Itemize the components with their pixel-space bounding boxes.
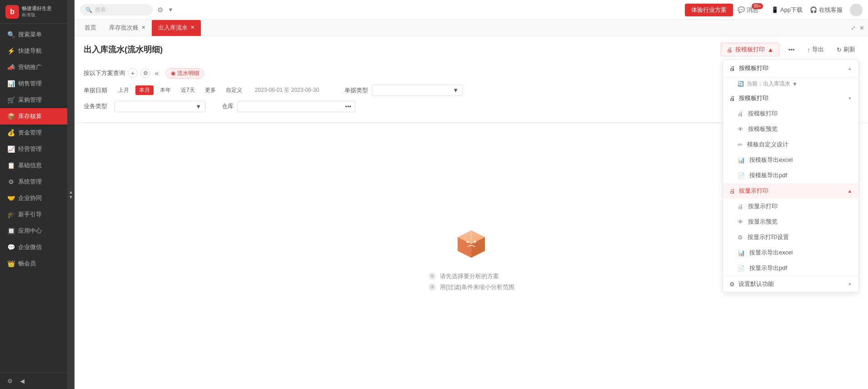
template-print-section-header[interactable]: 🖨 按模板打印 ▼ [723,90,858,106]
sidebar-nav: 🔍 搜索菜单 ⚡ 快捷导航 📣 营销推广 📊 销售管理 🛒 采购管理 📦 库存核… [0,24,67,373]
user-avatar[interactable] [850,4,863,16]
warehouse-more-icon[interactable]: ••• [345,103,351,110]
print-dropdown-panel: 🖨 按模板打印 ▲ 🔄 当前：出入库流水 ▼ 🖨 按模板打印 ▼ [723,59,859,292]
export-button[interactable]: ↑ 导出 [804,44,828,55]
date-filter-label: 单据日期 [84,86,107,95]
tpl-preview-label: 按模板预览 [748,125,778,133]
disp-excel-icon: 📊 [738,249,745,256]
current-indicator: 🔄 当前：出入库流水 ▼ [723,77,858,90]
disp-settings-label: 按显示打印设置 [748,233,789,241]
app-download-label: App下载 [780,6,803,14]
finance-icon: 💰 [7,129,15,136]
sidebar-item-system[interactable]: ⚙ 系统管理 [0,174,67,190]
more-actions-button[interactable]: ••• [785,45,798,55]
collapse-sidebar-icon[interactable]: ◀ [20,378,25,384]
refresh-button[interactable]: ↻ 刷新 [833,44,859,55]
filter-collapse-icon[interactable]: « [155,70,159,77]
sidebar-item-label: 资金管理 [18,129,42,137]
app-logo: b 畅捷通好生意 标准版 [0,0,67,24]
sidebar-item-marketing[interactable]: 📣 营销推广 [0,59,67,75]
warehouse-select[interactable]: ••• [237,101,355,112]
dropdown-chevron-up[interactable]: ▲ [848,66,852,71]
template-print-button[interactable]: 🖨 按模板打印 ▲ [721,43,779,56]
date-pill-last-month[interactable]: 上月 [115,85,133,95]
top-header: 🔍 搜索 ⚙ ▼ 体验行业方案 💬 消息 99+ 📱 App下载 🎧 在线客服 [75,0,868,20]
header-search[interactable]: 🔍 搜索 [80,4,153,15]
sidebar-item-finance[interactable]: 💰 资金管理 [0,125,67,141]
sidebar-item-sales[interactable]: 📊 销售管理 [0,75,67,92]
sidebar-item-label: 销售管理 [18,80,42,88]
page-actions: 🖨 按模板打印 ▲ ••• ↑ 导出 ↻ 刷新 [721,43,859,56]
add-filter-button[interactable]: + [128,68,138,78]
display-print-item-0[interactable]: 🖨 按显示打印 [723,199,858,214]
display-section-label: 按显示打印 [739,187,768,195]
date-pill-custom[interactable]: 自定义 [222,85,246,95]
doc-type-select[interactable]: ▼ [372,85,463,96]
tab-batch-account[interactable]: 库存批次账 ✕ [103,20,152,36]
settings-bottom-icon[interactable]: ⚙ [7,378,13,384]
tpl-design-label: 模板自定义设计 [747,140,788,149]
disp-print-icon: 🖨 [738,203,743,210]
tag-label: 流水明细 [177,70,199,77]
message-badge: 99+ [752,3,763,9]
tab-flow-close-icon[interactable]: ✕ [190,25,195,30]
tab-flow[interactable]: 出入库流水 ✕ [152,20,201,36]
sidebar-item-inventory[interactable]: 📦 库存核算 [0,108,67,125]
filter-setting-button[interactable]: ⚙ [140,68,150,78]
online-service-button[interactable]: 🎧 在线客服 [810,6,843,14]
template-print-item-0[interactable]: 🖨 按模板打印 [723,106,858,121]
tpl-design-icon: ✏ [738,141,743,148]
header-dropdown-icon[interactable]: ▼ [168,6,174,13]
template-print-item-1[interactable]: 👁 按模板预览 [723,121,858,137]
sidebar-item-label: 快捷导航 [18,47,42,55]
hint-num-2: ② [428,283,436,291]
date-pill-this-month[interactable]: 本月 [135,85,154,95]
date-pill-7days[interactable]: 近7天 [177,85,199,95]
tab-close-all-icon[interactable]: ✕ [859,25,864,31]
sidebar-scroll-handle[interactable]: ▲▼ [67,0,75,389]
hint-item-2: ② 用[过滤]条件来缩小分析范围 [428,283,514,291]
sidebar-item-operations[interactable]: 📈 经营管理 [0,141,67,157]
inventory-icon: 📦 [7,113,15,120]
business-type-chevron: ▼ [195,103,201,110]
date-pill-this-year[interactable]: 本年 [156,85,175,95]
gear-config-icon[interactable]: ⚙ [157,6,163,14]
tab-home[interactable]: 首页 [78,20,103,36]
app-download-button[interactable]: 📱 App下载 [771,6,803,14]
sidebar-item-label: 企业微信 [18,243,42,251]
sidebar-item-guide[interactable]: 🎓 新手引导 [0,206,67,223]
date-pill-more[interactable]: 更多 [201,85,219,95]
display-print-section-header[interactable]: 🖨 按显示打印 ▲ [723,183,858,199]
template-print-item-2[interactable]: ✏ 模板自定义设计 [723,137,858,152]
industry-solution-button[interactable]: 体验行业方案 [685,4,733,16]
sidebar-item-search[interactable]: 🔍 搜索菜单 [0,26,67,43]
tpl-print-label: 按模板打印 [748,110,778,118]
sidebar-item-purchase[interactable]: 🛒 采购管理 [0,92,67,108]
display-print-item-4[interactable]: 📄 按显示导出pdf [723,260,858,276]
dropdown-print-icon: 🖨 [729,65,735,72]
set-default-button[interactable]: ⚙ 设置默认功能 ▼ [723,276,858,292]
template-print-item-4[interactable]: 📄 按模板导出pdf [723,168,858,183]
sidebar-item-label: 基础信息 [18,161,42,170]
sidebar-item-wechat[interactable]: 💬 企业微信 [0,239,67,255]
tab-maximize-icon[interactable]: ⤢ [851,25,856,31]
sidebar-item-label: 新手引导 [18,210,42,219]
sidebar-item-appstore[interactable]: 🔲 应用中心 [0,223,67,239]
appstore-icon: 🔲 [7,227,15,234]
display-print-item-2[interactable]: ⚙ 按显示打印设置 [723,229,858,245]
business-type-label: 业务类型 [84,102,107,110]
business-type-select[interactable]: ▼ [115,101,205,112]
tpl-print-icon: 🖨 [738,110,743,117]
tab-batch-close-icon[interactable]: ✕ [141,25,145,30]
sidebar-item-member[interactable]: 👑 畅会员 [0,255,67,272]
message-button[interactable]: 💬 消息 99+ [738,6,758,14]
sidebar-item-collab[interactable]: 🤝 企业协同 [0,190,67,206]
disp-print-label: 按显示打印 [748,202,778,210]
sidebar-item-basic[interactable]: 📋 基础信息 [0,157,67,174]
display-print-item-3[interactable]: 📊 按显示导出excel [723,245,858,260]
display-print-item-1[interactable]: 👁 按显示预览 [723,214,858,229]
more-dots-icon: ••• [788,46,795,53]
quick-nav-icon: ⚡ [7,47,15,55]
template-print-item-3[interactable]: 📊 按模板导出excel [723,152,858,168]
sidebar-item-quick-nav[interactable]: ⚡ 快捷导航 [0,43,67,59]
